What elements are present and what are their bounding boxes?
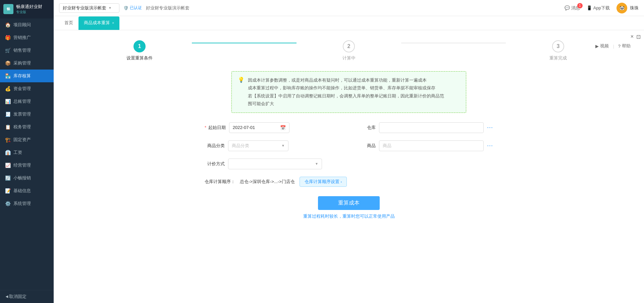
sidebar-item-finance[interactable]: 💰 资金管理: [0, 82, 54, 95]
top-bar-right: 💬 消息 1 📱 App下载 🐼 珠珠: [565, 3, 639, 13]
video-label: 视频: [600, 43, 609, 49]
question-icon: ?: [618, 44, 621, 49]
sidebar-header: 畅 畅康通好业财 专业版: [0, 0, 54, 18]
sidebar-item-project[interactable]: 🏠 项目顾问: [0, 18, 54, 31]
info-line-3: 若【系统设置】中启用了自动调整记账日期时，会调整入库单的整单记账日期，因此重新计…: [248, 92, 444, 100]
category-label: 商品分类: [205, 143, 225, 149]
sidebar-unpin-button[interactable]: ◄取消固定: [0, 290, 54, 303]
step-2-number: 2: [347, 43, 351, 49]
pricing-label: 计价方式: [205, 161, 225, 167]
play-icon: ▶: [595, 44, 599, 49]
sidebar-item-system[interactable]: ⚙️ 系统管理: [0, 197, 54, 210]
category-select[interactable]: 商品分类 ▼: [228, 140, 288, 151]
sidebar-item-payroll[interactable]: 👔 工资: [0, 146, 54, 159]
step-3: 3 重算完成: [506, 40, 610, 61]
tab-close-icon[interactable]: ×: [112, 21, 114, 25]
submit-hint: 重算过程耗时较长，重算时您可以正常使用产品: [303, 213, 395, 219]
tab-home[interactable]: 首页: [59, 16, 78, 30]
sidebar-item-tax[interactable]: 📋 税务管理: [0, 121, 54, 133]
sidebar-item-purchase[interactable]: 📦 采购管理: [0, 57, 54, 70]
sidebar-label-basic: 基础信息: [13, 188, 31, 194]
pricing-select[interactable]: ▼: [228, 159, 322, 169]
warehouse-order-label: 仓库计算顺序：: [205, 179, 235, 185]
user-profile-button[interactable]: 🐼 珠珠: [616, 3, 639, 13]
step-3-circle: 3: [552, 40, 564, 52]
app-title-group: 畅康通好业财 专业版: [16, 4, 42, 14]
start-date-field: * 起始日期 2022-07-01 📅: [205, 122, 342, 133]
sidebar-item-basic[interactable]: 📝 基础信息: [0, 184, 54, 197]
sidebar-item-assets[interactable]: 🏗️ 固定资产: [0, 133, 54, 146]
phone-icon: 📱: [587, 5, 592, 10]
warehouse-dots-button[interactable]: ···: [487, 124, 493, 131]
category-placeholder: 商品分类: [232, 143, 281, 149]
submit-area: 重算成本 重算过程耗时较长，重算时您可以正常使用产品: [205, 196, 493, 219]
sidebar-item-expense[interactable]: 🔄 小畅报销: [0, 172, 54, 184]
video-button[interactable]: ▶ 视频: [595, 43, 609, 49]
sidebar-item-marketing[interactable]: 🎁 营销推广: [0, 31, 54, 44]
panel-expand-button[interactable]: ⊡: [636, 33, 641, 41]
goods-dots-button[interactable]: ···: [487, 142, 493, 149]
app-download-button[interactable]: 📱 App下载: [587, 5, 610, 11]
form-area: * 起始日期 2022-07-01 📅 仓库 ···: [198, 122, 500, 219]
sidebar-label-finance: 资金管理: [13, 86, 31, 92]
start-date-input[interactable]: 2022-07-01 📅: [229, 122, 289, 133]
warehouse-input[interactable]: [379, 122, 484, 133]
sidebar-label-sales: 销售管理: [13, 47, 31, 53]
project-icon: 🏠: [5, 22, 11, 28]
purchase-icon: 📦: [5, 60, 11, 66]
unpin-label: ◄取消固定: [5, 294, 26, 300]
accounting-icon: 📊: [5, 99, 11, 104]
sidebar-label-operations: 经营管理: [13, 162, 31, 168]
step-1-circle: 1: [133, 40, 146, 52]
sidebar-label-tax: 税务管理: [13, 124, 31, 130]
divider: |: [613, 44, 614, 49]
tab-home-label: 首页: [64, 20, 73, 26]
sidebar-label-marketing: 营销推广: [13, 35, 31, 41]
main-area: 好业财专业版演示帐套 ▼ 🛡️ 已认证 好业财专业版演示帐套 💬 消息 1 📱 …: [54, 0, 644, 303]
step-3-number: 3: [557, 43, 560, 49]
warehouse-order-btn[interactable]: 仓库计算顺序设置 ›: [300, 177, 347, 187]
sidebar-item-sales[interactable]: 🛒 销售管理: [0, 44, 54, 57]
app-badge: 专业版: [16, 10, 42, 14]
info-line-2: 成本重算过程中，影响库存账的操作均不能操作，比如进货单、销货单、库存单据不能审核…: [248, 84, 444, 92]
step-1-label: 设置重算条件: [126, 55, 153, 61]
info-box: 💡 因成本计算参数调整，或是对商品成本有疑问时，可以通过成本重算功能，重新计算一…: [231, 71, 466, 113]
warehouse-order-value: 总仓->深圳仓库->...->门店仓: [240, 179, 295, 185]
calendar-icon[interactable]: 📅: [280, 125, 286, 130]
submit-button[interactable]: 重算成本: [318, 196, 380, 210]
app-logo: 畅: [3, 4, 13, 14]
avatar-emoji: 🐼: [620, 6, 625, 10]
app-download-label: App下载: [593, 5, 610, 11]
info-line-4: 围可能会扩大: [248, 100, 444, 107]
sidebar-label-expense: 小畅报销: [13, 175, 31, 181]
avatar: 🐼: [616, 3, 627, 13]
notification-badge: 1: [577, 3, 583, 8]
sidebar-item-invoice[interactable]: 🧾 发票管理: [0, 108, 54, 121]
category-field: 商品分类 商品分类 ▼: [205, 140, 342, 151]
page-content: × ⊡ 1 设置重算条件 2 计算中: [54, 30, 644, 303]
form-row-2: 商品分类 商品分类 ▼ 商品 商品 ···: [205, 140, 493, 151]
sidebar: 畅 畅康通好业财 专业版 🏠 项目顾问 🎁 营销推广 🛒 销售管理 📦 采购管理…: [0, 0, 54, 303]
sidebar-item-operations[interactable]: 📈 经营管理: [0, 159, 54, 172]
goods-label: 商品: [356, 143, 376, 149]
account-selector[interactable]: 好业财专业版演示帐套 ▼: [59, 3, 119, 13]
help-button[interactable]: ? 帮助: [618, 43, 631, 49]
warehouse-field: 仓库 ···: [356, 122, 493, 133]
pricing-chevron-icon: ▼: [315, 162, 318, 166]
sidebar-label-invoice: 发票管理: [13, 111, 31, 117]
tab-cost-recalc[interactable]: 商品成本重算 ×: [78, 16, 119, 30]
help-label: 帮助: [622, 43, 631, 49]
finance-icon: 💰: [5, 86, 11, 91]
message-button[interactable]: 💬 消息 1: [565, 5, 580, 11]
sidebar-label-purchase: 采购管理: [13, 60, 31, 66]
sidebar-label-assets: 固定资产: [13, 137, 31, 143]
info-box-text: 因成本计算参数调整，或是对商品成本有疑问时，可以通过成本重算功能，重新计算一遍成…: [248, 76, 444, 108]
sidebar-item-inventory[interactable]: 🏪 库存核算: [0, 70, 54, 82]
panel-close-button[interactable]: ×: [630, 33, 634, 41]
inventory-icon: 🏪: [5, 73, 11, 79]
expense-icon: 🔄: [5, 175, 11, 181]
form-row-1: * 起始日期 2022-07-01 📅 仓库 ···: [205, 122, 493, 133]
sidebar-item-accounting[interactable]: 📊 总账管理: [0, 95, 54, 108]
goods-input[interactable]: 商品: [379, 140, 484, 151]
step-2-label: 计算中: [342, 55, 356, 61]
